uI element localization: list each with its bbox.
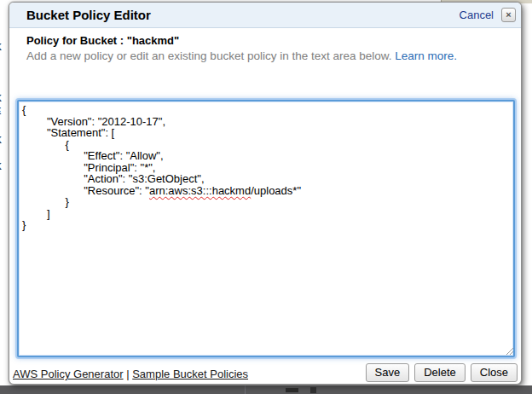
- dialog-close-button[interactable]: ×: [501, 8, 516, 22]
- footer-buttons: Save Delete Close: [366, 363, 518, 382]
- close-icon: ×: [506, 10, 511, 20]
- background-bottom-band: [0, 385, 532, 394]
- dialog-header: Bucket Policy Editor Cancel ×: [9, 3, 521, 28]
- cancel-link[interactable]: Cancel: [460, 9, 494, 21]
- dialog-title: Bucket Policy Editor: [26, 8, 460, 22]
- background-text-fragment: [286, 388, 298, 392]
- spellcheck-underline: arn:aws:s3:::hackmd: [149, 184, 251, 197]
- footer-links: AWS Policy Generator | Sample Bucket Pol…: [13, 368, 248, 380]
- learn-more-link[interactable]: Learn more.: [395, 49, 457, 62]
- background-text-fragment: [310, 387, 316, 393]
- delete-button[interactable]: Delete: [414, 363, 466, 382]
- background-text-fragment: E: [0, 106, 7, 116]
- save-button[interactable]: Save: [366, 363, 410, 382]
- background-text-fragment: K: [0, 161, 7, 171]
- sample-bucket-policies-link[interactable]: Sample Bucket Policies: [132, 368, 248, 380]
- background-text-fragment: K: [0, 93, 7, 103]
- background-text-fragment: K: [0, 135, 7, 145]
- description-label: Add a new policy or edit an existing buc…: [26, 49, 392, 62]
- bucket-policy-subtitle: Policy for Bucket : "hackmd": [26, 34, 179, 47]
- policy-textarea[interactable]: { "Version": "2012-10-17", "Statement": …: [17, 100, 515, 357]
- aws-policy-generator-link[interactable]: AWS Policy Generator: [13, 368, 124, 380]
- background-text-fragment: K: [0, 42, 7, 52]
- close-button[interactable]: Close: [471, 363, 518, 382]
- description-text: Add a new policy or edit an existing buc…: [26, 49, 457, 62]
- background-left-edge: K K E K K: [0, 0, 8, 385]
- background-divider: [245, 385, 246, 394]
- bucket-policy-editor-dialog: Bucket Policy Editor Cancel × Policy for…: [9, 2, 522, 385]
